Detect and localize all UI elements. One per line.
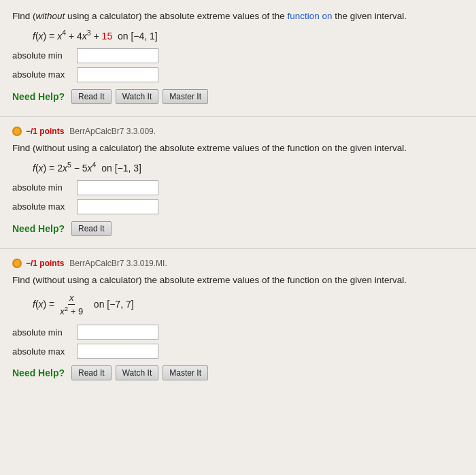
problem-text-3: Find (without using a calculator) the ab… bbox=[12, 274, 464, 287]
read-it-button-1[interactable]: Read It bbox=[71, 89, 112, 104]
read-it-button-3[interactable]: Read It bbox=[71, 365, 112, 380]
absolute-max-input-1[interactable] bbox=[77, 67, 158, 82]
master-it-button-3[interactable]: Master It bbox=[163, 365, 208, 380]
problem-header-3: −/1 points BerrApCalcBr7 3.3.019.MI. bbox=[12, 259, 464, 268]
absolute-max-input-2[interactable] bbox=[77, 199, 158, 214]
read-it-button-2[interactable]: Read It bbox=[71, 221, 112, 236]
absolute-max-input-3[interactable] bbox=[77, 344, 158, 359]
absolute-min-label-2: absolute min bbox=[12, 182, 77, 193]
problem-text-2: Find (without using a calculator) the ab… bbox=[12, 142, 464, 155]
status-icon-2 bbox=[12, 127, 22, 136]
absolute-min-label-1: absolute min bbox=[12, 50, 77, 61]
absolute-max-row-1: absolute max bbox=[12, 67, 464, 82]
problem-section-3: −/1 points BerrApCalcBr7 3.3.019.MI. Fin… bbox=[0, 249, 476, 393]
need-help-row-2: Need Help? Read It bbox=[12, 221, 464, 236]
absolute-min-row-2: absolute min bbox=[12, 180, 464, 195]
need-help-row-1: Need Help? Read It Watch It Master It bbox=[12, 89, 464, 104]
problem-id-3: BerrApCalcBr7 3.3.019.MI. bbox=[69, 259, 167, 268]
function-display-1: f(x) = x4 + 4x3 + 15 on [−4, 1] bbox=[33, 29, 464, 42]
absolute-min-label-3: absolute min bbox=[12, 327, 77, 338]
fraction-display: x x2 + 9 bbox=[58, 293, 84, 318]
function-display-3: f(x) = x x2 + 9 on [−7, 7] bbox=[33, 293, 464, 318]
problem-id-2: BerrApCalcBr7 3.3.009. bbox=[69, 127, 156, 136]
need-help-row-3: Need Help? Read It Watch It Master It bbox=[12, 365, 464, 380]
need-help-label-2: Need Help? bbox=[12, 223, 65, 234]
absolute-min-input-2[interactable] bbox=[77, 180, 158, 195]
absolute-max-row-3: absolute max bbox=[12, 344, 464, 359]
points-label-2: −/1 points bbox=[26, 127, 64, 136]
absolute-min-input-1[interactable] bbox=[77, 48, 158, 63]
fraction-denominator: x2 + 9 bbox=[58, 305, 84, 318]
problem-text-1: Find (without using a calculator) the ab… bbox=[12, 10, 464, 23]
fraction-numerator: x bbox=[68, 293, 75, 305]
absolute-max-label-3: absolute max bbox=[12, 346, 77, 357]
absolute-min-row-3: absolute min bbox=[12, 325, 464, 340]
problem-section-2: −/1 points BerrApCalcBr7 3.3.009. Find (… bbox=[0, 117, 476, 249]
absolute-max-label-1: absolute max bbox=[12, 69, 77, 80]
need-help-label-1: Need Help? bbox=[12, 91, 65, 102]
function-display-2: f(x) = 2x5 − 5x4 on [−1, 3] bbox=[33, 161, 464, 174]
need-help-label-3: Need Help? bbox=[12, 367, 65, 378]
absolute-min-input-3[interactable] bbox=[77, 325, 158, 340]
absolute-min-row-1: absolute min bbox=[12, 48, 464, 63]
points-label-3: −/1 points bbox=[26, 259, 64, 268]
absolute-max-label-2: absolute max bbox=[12, 201, 77, 212]
problem-header-2: −/1 points BerrApCalcBr7 3.3.009. bbox=[12, 127, 464, 136]
watch-it-button-3[interactable]: Watch It bbox=[116, 365, 159, 380]
watch-it-button-1[interactable]: Watch It bbox=[116, 89, 159, 104]
status-icon-3 bbox=[12, 259, 22, 268]
master-it-button-1[interactable]: Master It bbox=[163, 89, 208, 104]
problem-section-1: Find (without using a calculator) the ab… bbox=[0, 0, 476, 117]
absolute-max-row-2: absolute max bbox=[12, 199, 464, 214]
